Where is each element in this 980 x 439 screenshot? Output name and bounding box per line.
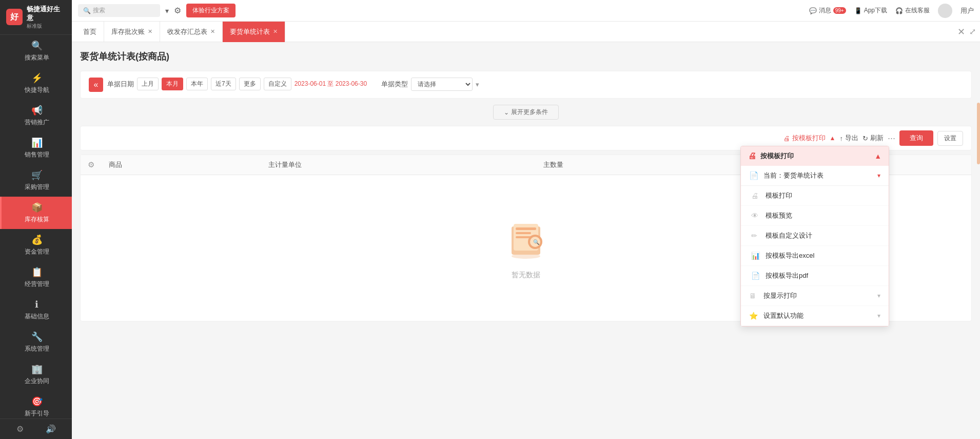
set-default-label: 设置默认功能 — [763, 311, 803, 320]
export-pdf-label: 按模板导出pdf — [766, 271, 808, 280]
sidebar-item-basic-info[interactable]: ℹ 基础信息 — [0, 294, 72, 326]
tab-home[interactable]: 首页 — [76, 22, 104, 42]
dropdown-current-label: 当前：要货单统计表 — [763, 171, 872, 180]
dropdown-current-arrow: ▾ — [877, 172, 880, 179]
query-btn[interactable]: 查询 — [899, 130, 933, 146]
filter-date-group: 单据日期 上月本月本年近7天更多自定义2023-06-01 至 2023-06-… — [107, 78, 367, 90]
expand-icon: ⌄ — [504, 109, 509, 116]
template-print-icon: 🖨 — [751, 192, 760, 200]
sidebar-item-new-guide[interactable]: 🎯 新手引导 — [0, 391, 72, 418]
sidebar-item-quick-nav[interactable]: ⚡ 快捷导航 — [0, 67, 72, 100]
dropdown-print-icon: 🖨 — [748, 151, 756, 161]
print-btn[interactable]: 🖨 按模板打印 — [783, 133, 826, 143]
tabbar-actions: ✕ ⤢ — [957, 27, 976, 36]
tab-inventory-batch[interactable]: 库存批次账✕ — [104, 22, 160, 42]
avatar[interactable] — [938, 4, 952, 18]
expand-more-btn[interactable]: ⌄ 展开更多条件 — [493, 105, 559, 120]
sidebar-item-marketing[interactable]: 📢 营销推广 — [0, 100, 72, 132]
date-filter-btn-近7天[interactable]: 近7天 — [211, 78, 236, 90]
tab-collection-summary[interactable]: 收发存汇总表✕ — [160, 22, 223, 42]
topbar-search[interactable]: 🔍 搜索 — [78, 4, 160, 17]
type-filter-label: 单据类型 — [381, 80, 408, 89]
tab-order-stats[interactable]: 要货单统计表✕ — [223, 22, 285, 42]
template-design-label: 模板自定义设计 — [766, 231, 812, 240]
date-filter-btn-自定义[interactable]: 自定义 — [264, 78, 291, 90]
dropdown-header: 🖨 按模板打印 ▲ — [741, 146, 889, 166]
export-label: 导出 — [845, 133, 858, 143]
online-service-btn[interactable]: 🎧 在线客服 — [895, 6, 930, 15]
sidebar-item-operations[interactable]: 📋 经营管理 — [0, 261, 72, 294]
sidebar-item-system[interactable]: 🔧 系统管理 — [0, 326, 72, 358]
table-col-gear[interactable]: ⚙ — [81, 155, 102, 175]
dropdown-current-item[interactable]: 📄 当前：要货单统计表 ▾ — [741, 166, 889, 186]
basic-info-icon: ℹ — [35, 299, 38, 310]
sales-icon: 📊 — [31, 137, 43, 148]
type-select-arrow: ▾ — [476, 81, 479, 88]
sidebar-item-sales[interactable]: 📊 销售管理 — [0, 132, 72, 164]
messages-label: 消息 — [819, 6, 831, 15]
more-actions-btn[interactable]: ··· — [888, 133, 895, 144]
footer-settings-btn[interactable]: ⚙ — [16, 424, 24, 434]
topbar-right: 💬 消息 99+ 📱 App下载 🎧 在线客服 用户 — [809, 4, 974, 18]
tab-close-inventory-batch[interactable]: ✕ — [148, 28, 152, 35]
dropdown-item-template-preview[interactable]: 👁 模板预览 — [741, 206, 889, 226]
sidebar-item-label-basic-info: 基础信息 — [25, 312, 49, 321]
app-download-btn[interactable]: 📱 App下载 — [854, 6, 887, 15]
date-filter-label: 单据日期 — [107, 80, 134, 89]
table-col-quantity: 主数量 — [536, 155, 734, 175]
sidebar-item-enterprise[interactable]: 🏢 企业协同 — [0, 358, 72, 391]
current-indicator-icon: 📄 — [749, 171, 758, 180]
filter-toggle-btn[interactable]: « — [89, 78, 103, 92]
sidebar-item-label-sales: 销售管理 — [25, 150, 49, 159]
date-filter-btn-本年[interactable]: 本年 — [186, 78, 208, 90]
dropdown-display-print[interactable]: 🖥 按显示打印 ▾ — [741, 286, 889, 306]
empty-svg: 🔍 — [500, 216, 552, 262]
print-label: 按模板打印 — [792, 133, 826, 143]
footer-sound-btn[interactable]: 🔊 — [46, 424, 56, 434]
app-logo: 好 畅捷通好生意 标准版 — [0, 0, 72, 35]
dropdown-set-default[interactable]: ⭐ 设置默认功能 ▾ — [741, 306, 889, 326]
expand-tab-btn[interactable]: ⤢ — [969, 27, 976, 36]
settings-btn[interactable]: 设置 — [937, 131, 963, 146]
search-dropdown-btn[interactable]: ▾ — [165, 7, 169, 15]
type-filter-select[interactable]: 请选择 — [411, 78, 473, 91]
export-btn[interactable]: ↑ 导出 — [839, 133, 858, 143]
close-all-tabs-btn[interactable]: ✕ — [957, 27, 965, 36]
logo-icon: 好 — [6, 9, 23, 25]
trial-btn[interactable]: 体验行业方案 — [186, 4, 236, 17]
marketing-icon: 📢 — [31, 105, 43, 116]
dropdown-item-export-excel[interactable]: 📊 按模板导出excel — [741, 246, 889, 266]
sidebar-item-label-operations: 经营管理 — [25, 280, 49, 289]
logo-text: 畅捷通好生意 标准版 — [27, 5, 66, 29]
finance-icon: 💰 — [31, 234, 43, 245]
messages-btn[interactable]: 💬 消息 99+ — [809, 6, 846, 15]
sidebar-item-finance[interactable]: 💰 资金管理 — [0, 229, 72, 261]
date-filter-btn-上月[interactable]: 上月 — [137, 78, 159, 90]
action-bar: 🖨 按模板打印 ▲ ↑ 导出 ↻ 刷新 ··· 查询 设置 🖨 按模板打印 — [80, 126, 972, 150]
print-dropdown-panel: 🖨 按模板打印 ▲ 📄 当前：要货单统计表 ▾ 🖨 模板打印 👁 模板预览 — [740, 146, 889, 327]
filter-type-group: 单据类型 请选择 ▾ — [381, 78, 479, 91]
tab-close-order-stats[interactable]: ✕ — [273, 28, 278, 35]
dropdown-item-template-print[interactable]: 🖨 模板打印 — [741, 186, 889, 206]
tab-close-collection-summary[interactable]: ✕ — [210, 28, 215, 35]
date-filter-btn-本月[interactable]: 本月 — [162, 78, 183, 90]
display-print-label: 按显示打印 — [763, 291, 797, 300]
tab-label-collection-summary: 收发存汇总表 — [167, 27, 207, 36]
date-filter-btn-更多[interactable]: 更多 — [239, 78, 261, 90]
tab-label-home: 首页 — [83, 27, 96, 36]
dropdown-item-template-design[interactable]: ✏ 模板自定义设计 — [741, 226, 889, 246]
app-icon: 📱 — [854, 7, 862, 14]
search-placeholder: 搜索 — [93, 6, 105, 15]
print-arrow-btn[interactable]: ▲ — [830, 135, 836, 142]
sidebar-nav: 🔍 搜索菜单⚡ 快捷导航📢 营销推广📊 销售管理🛒 采购管理📦 库存核算💰 资金… — [0, 35, 72, 418]
sidebar-item-search[interactable]: 🔍 搜索菜单 — [0, 35, 72, 67]
dropdown-item-export-pdf[interactable]: 📄 按模板导出pdf — [741, 266, 889, 286]
refresh-btn[interactable]: ↻ 刷新 — [863, 133, 884, 143]
sidebar-item-inventory[interactable]: 📦 库存核算 — [0, 197, 72, 229]
resize-handle[interactable] — [977, 103, 980, 164]
export-icon: ↑ — [839, 135, 843, 142]
column-settings-icon[interactable]: ⚙ — [88, 160, 94, 169]
sidebar-item-purchase[interactable]: 🛒 采购管理 — [0, 164, 72, 197]
topbar-gear-btn[interactable]: ⚙ — [174, 6, 181, 15]
dropdown-collapse-btn[interactable]: ▲ — [874, 152, 881, 160]
